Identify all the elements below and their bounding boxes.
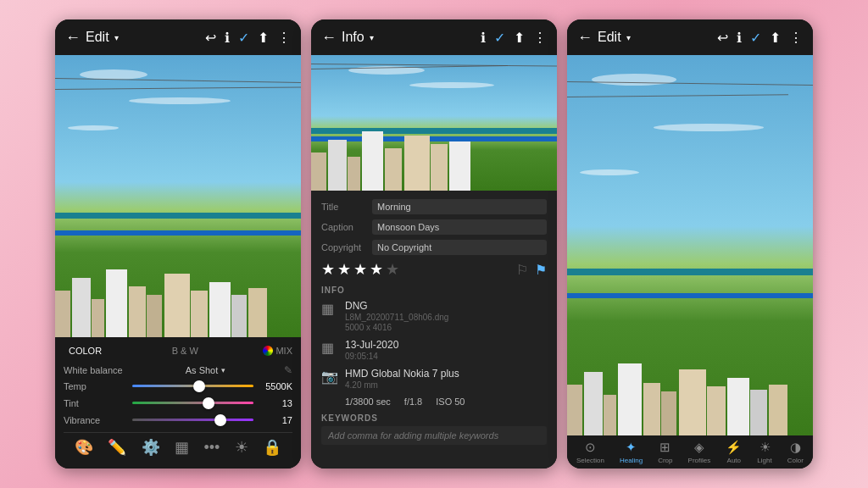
vibrance-value: 17 — [259, 415, 292, 425]
filter-tool-icon[interactable]: ▦ — [175, 438, 189, 457]
crop-tool[interactable]: ⊞ Crop — [658, 440, 672, 464]
light-icon: ☀ — [760, 440, 771, 455]
mix-circle-icon — [263, 346, 273, 356]
file-icon: ▦ — [321, 301, 338, 317]
info-icon-right[interactable]: ℹ — [737, 30, 742, 46]
star-2[interactable]: ★ — [337, 260, 351, 279]
right-panel-title: Edit — [598, 30, 621, 45]
healing-icon: ✦ — [626, 440, 637, 455]
file-type: DNG — [345, 300, 547, 312]
color-tool[interactable]: ◑ Color — [787, 440, 804, 464]
exposure-row: 1/3800 sec f/1.8 ISO 50 — [321, 396, 547, 407]
wb-dropdown-icon: ▾ — [221, 366, 225, 374]
flag-reject-icon[interactable]: ⚐ — [516, 262, 528, 278]
calendar-icon: ▦ — [321, 340, 338, 356]
tint-value: 13 — [259, 398, 292, 408]
center-title-dropdown[interactable]: ▾ — [370, 33, 374, 42]
star-1[interactable]: ★ — [321, 260, 335, 279]
center-header-right: ℹ ✓ ⬆ ⋮ — [481, 30, 547, 46]
center-back-button[interactable]: ← — [321, 29, 337, 47]
caption-field-label: Caption — [321, 222, 372, 232]
left-photo-area — [55, 55, 301, 337]
undo-icon-right[interactable]: ↩ — [717, 30, 728, 46]
left-header: ← Edit ▾ ↩ ℹ ✓ ⬆ ⋮ — [55, 19, 301, 55]
keywords-input[interactable] — [321, 426, 547, 445]
shutter-speed: 1/3800 sec — [345, 396, 391, 407]
right-panel: ← Edit ▾ ↩ ℹ ✓ ⬆ ⋮ — [567, 19, 813, 469]
date-info-row: ▦ 13-Jul-2020 09:05:14 — [321, 339, 547, 361]
profiles-icon: ◈ — [694, 440, 704, 455]
temp-label: Temp — [64, 381, 127, 391]
more-icon-right[interactable]: ⋮ — [789, 30, 803, 46]
info-icon-left[interactable]: ℹ — [225, 30, 230, 46]
aperture: f/1.8 — [404, 396, 422, 407]
light-tool[interactable]: ☀ Light — [757, 440, 771, 464]
check-icon-left[interactable]: ✓ — [238, 30, 249, 46]
right-title-dropdown[interactable]: ▾ — [626, 33, 631, 42]
share-icon-left[interactable]: ⬆ — [258, 30, 269, 46]
date-time: 09:05:14 — [345, 352, 547, 361]
right-header-left: ← Edit ▾ — [577, 29, 717, 47]
selection-tool[interactable]: ⊙ Selection — [576, 440, 604, 464]
center-header-left: ← Info ▾ — [321, 29, 481, 47]
copyright-input[interactable] — [372, 240, 547, 255]
star-3[interactable]: ★ — [353, 260, 367, 279]
left-panel-title: Edit — [86, 30, 109, 45]
light-label: Light — [757, 457, 771, 464]
bw-tab[interactable]: B & W — [167, 344, 203, 358]
profiles-label: Profiles — [688, 457, 711, 464]
info-icon-center[interactable]: ℹ — [481, 30, 486, 46]
title-field-label: Title — [321, 202, 372, 212]
color-label: Color — [787, 457, 804, 464]
right-photo-area — [567, 55, 813, 435]
title-dropdown-icon[interactable]: ▾ — [114, 33, 119, 42]
share-icon-center[interactable]: ⬆ — [514, 30, 525, 46]
healing-label: Healing — [620, 457, 643, 464]
more-icon-left[interactable]: ⋮ — [277, 30, 291, 46]
left-header-right: ↩ ℹ ✓ ⬆ ⋮ — [205, 30, 291, 46]
caption-field: Caption — [321, 219, 547, 235]
temp-value: 5500K — [259, 381, 292, 391]
center-photo-area — [311, 55, 557, 191]
color-tool-icon[interactable]: 🎨 — [75, 438, 93, 457]
lock-tool-icon[interactable]: 🔒 — [263, 438, 281, 457]
edit-controls: COLOR B & W MIX White balance As Shot ▾ … — [55, 337, 301, 469]
dots-tool-icon[interactable]: ••• — [203, 439, 220, 457]
auto-tool[interactable]: ⚡ Auto — [726, 440, 742, 464]
date-main: 13-Jul-2020 — [345, 339, 547, 351]
more-icon-center[interactable]: ⋮ — [533, 30, 547, 46]
star-5[interactable]: ★ — [386, 260, 399, 279]
crop-icon: ⊞ — [659, 440, 670, 455]
profiles-tool[interactable]: ◈ Profiles — [688, 440, 711, 464]
mix-tab[interactable]: MIX — [263, 346, 292, 356]
flag-pick-icon[interactable]: ⚑ — [535, 262, 547, 278]
healing-tool[interactable]: ✦ Healing — [620, 440, 643, 464]
date-details: 13-Jul-2020 09:05:14 — [345, 339, 547, 361]
right-header: ← Edit ▾ ↩ ℹ ✓ ⬆ ⋮ — [567, 19, 813, 55]
brush-tool-icon[interactable]: ✏️ — [108, 438, 126, 457]
right-back-button[interactable]: ← — [577, 29, 593, 47]
tint-slider[interactable] — [132, 402, 253, 405]
white-balance-row: White balance As Shot ▾ ✎ — [64, 364, 292, 376]
sun-tool-icon[interactable]: ☀ — [235, 438, 248, 457]
selection-toolbar: ⊙ Selection ✦ Healing ⊞ Crop ◈ Profiles … — [567, 435, 813, 469]
camera-details: HMD Global Nokia 7 plus 4.20 mm — [345, 368, 547, 390]
check-icon-right[interactable]: ✓ — [750, 30, 761, 46]
wb-value-selector[interactable]: As Shot ▾ — [186, 365, 226, 375]
star-rating[interactable]: ★ ★ ★ ★ ★ — [321, 260, 399, 279]
caption-input[interactable] — [372, 219, 547, 235]
check-icon-center[interactable]: ✓ — [494, 30, 505, 46]
center-header: ← Info ▾ ℹ ✓ ⬆ ⋮ — [311, 19, 557, 55]
vibrance-slider[interactable] — [132, 419, 253, 422]
back-button[interactable]: ← — [65, 29, 81, 47]
wb-edit-icon[interactable]: ✎ — [284, 364, 292, 376]
adjustment-tool-icon[interactable]: ⚙️ — [142, 438, 160, 457]
crop-label: Crop — [658, 457, 672, 464]
left-header-left: ← Edit ▾ — [65, 29, 205, 47]
share-icon-right[interactable]: ⬆ — [770, 30, 781, 46]
temp-slider[interactable] — [132, 385, 253, 388]
color-tab[interactable]: COLOR — [64, 344, 107, 358]
star-4[interactable]: ★ — [370, 260, 383, 279]
title-input[interactable] — [372, 199, 547, 214]
undo-icon[interactable]: ↩ — [205, 30, 216, 46]
